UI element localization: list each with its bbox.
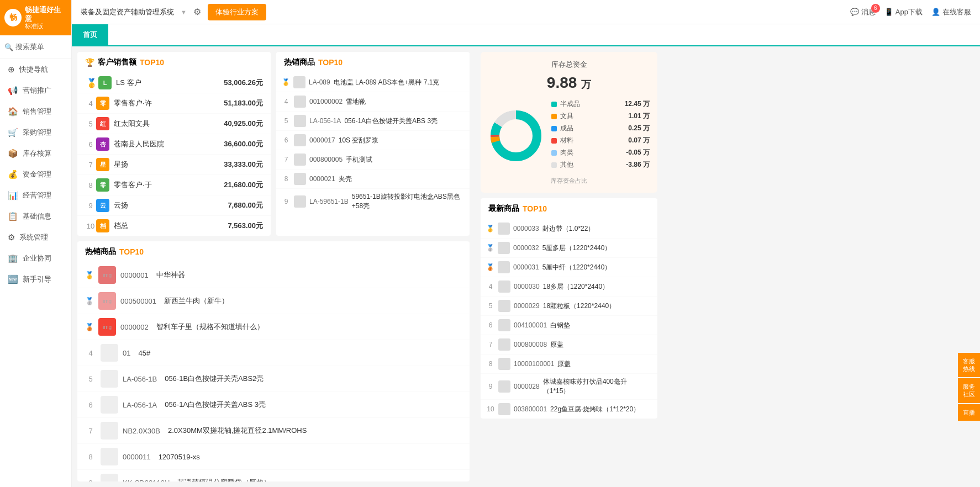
inventory-amount-display: 9.88 万 [488, 74, 650, 92]
newest-row-5: 5 0000029 18颗粒板（1220*2440） [481, 297, 657, 316]
avatar-4: 杏 [96, 137, 109, 151]
base-info-icon: 📋 [8, 211, 18, 221]
trophy-icon: 🏆 [85, 58, 94, 67]
sidebar-item-corp[interactable]: 🏢 企业协同 [0, 248, 71, 269]
sidebar-nav: ⊕ 快捷导航 📢 营销推广 🏠 销售管理 🛒 采购管理 📦 库存核算 💰 资金管… [0, 59, 71, 487]
right-hot-img-4 [294, 134, 306, 146]
sidebar-item-system[interactable]: ⚙ 系统管理 [0, 227, 71, 248]
sidebar-item-base-info[interactable]: 📋 基础信息 [0, 206, 71, 227]
newest-name-9: 体城嘉核味苏打饮品400毫升（1*15） [543, 377, 652, 396]
sidebar-item-guide[interactable]: 🆕 新手引导 [0, 269, 71, 290]
newest-rank-7: 7 [486, 341, 495, 348]
system-title: 装备及固定资产辅助管理系统 [81, 7, 174, 17]
newest-name-3: 5厘中纤（1220*2440） [542, 263, 652, 272]
customer-ranking-title: 客户销售额 [98, 57, 136, 67]
trial-btn[interactable]: 体验行业方案 [208, 4, 266, 20]
hot-name-1: 中华神器 [156, 270, 462, 280]
hot-name-5: 056-1B白色按键开关壳ABS2壳 [165, 374, 462, 384]
hot-prod-row-1: 🥇 img 0000001 中华神器 [77, 262, 470, 288]
newest-top10: TOP10 [523, 204, 547, 213]
hot-img-1: img [98, 266, 116, 284]
legend-row-5: 其他 -3.86 万 [551, 160, 650, 170]
dropdown-icon[interactable]: ▼ [181, 9, 187, 15]
hot-name-9: 花语萌恒温分腿睡袋（厚款） [177, 478, 462, 481]
float-btn-live[interactable]: 直播 [958, 404, 980, 421]
newest-img-10 [498, 403, 510, 415]
right-hot-medal-1: 🥇 [282, 78, 290, 86]
right-hot-img-1 [293, 76, 305, 88]
right-hot-row-5: 7 000800005 手机测试 [276, 150, 470, 170]
newest-row-4: 4 0000030 18多层（1220*2440） [481, 277, 657, 297]
customer-amount-1: 53,006.26元 [224, 78, 263, 88]
hot-prod-row-6: 6 LA-056-1A 056-1A白色按键开关盖ABS 3壳 [77, 392, 470, 418]
app-icon: 📱 [884, 8, 893, 16]
rank-num-4: 6 [85, 140, 96, 149]
customer-ranking-card: 🏆 客户销售额 TOP10 🥇 L LS 客户 53,006.26元 4 [77, 52, 271, 236]
inventory-unit: 万 [581, 79, 591, 90]
right-hot-img-3 [294, 115, 306, 127]
sidebar-item-marketing[interactable]: 📢 营销推广 [0, 80, 71, 101]
sidebar-label-operations: 经营管理 [23, 190, 51, 200]
tab-home-label: 首页 [83, 30, 97, 39]
right-hot-list: 🥇 LA-089 电池盖 LA-089 ABS本色+黑种 7.1克 4 0010… [276, 73, 470, 214]
tab-home[interactable]: 首页 [72, 24, 108, 45]
quick-nav-icon: ⊕ [8, 65, 15, 75]
legend-value-5: -3.86 万 [626, 160, 650, 170]
newest-rank-9: 9 [486, 383, 495, 390]
customer-ranking-header: 🏆 客户销售额 TOP10 [77, 52, 271, 73]
message-btn[interactable]: 💬 消息 6 [850, 7, 876, 17]
newest-name-2: 5厘多层（1220*2440） [542, 244, 652, 253]
hot-code-2: 000500001 [120, 297, 156, 305]
hot-name-2: 新西兰牛肉（新牛） [164, 296, 462, 306]
right-hot-title: 热销商品 [284, 57, 315, 67]
sales-icon: 🏠 [8, 107, 18, 117]
right-hot-row-4: 6 0000017 10S 变刮罗浆 [276, 131, 470, 150]
hot-code-5: LA-056-1B [123, 375, 157, 383]
right-hot-img-5 [294, 153, 306, 166]
app-label: App下载 [895, 7, 923, 17]
service-btn[interactable]: 👤 在线客服 [931, 7, 971, 17]
sidebar-label-base-info: 基础信息 [23, 211, 51, 221]
customer-name-4: 苍南县人民医院 [114, 139, 224, 149]
guide-icon: 🆕 [8, 274, 18, 284]
right-hot-rank-4: 6 [282, 136, 291, 144]
hot-rank-4: 4 [85, 349, 96, 357]
legend-row-2: 成品 0.25 万 [551, 124, 650, 133]
float-btn-community[interactable]: 服务社区 [958, 378, 980, 403]
sidebar-item-purchase[interactable]: 🛒 采购管理 [0, 122, 71, 143]
app-download-btn[interactable]: 📱 App下载 [884, 7, 923, 17]
hot-img-6 [101, 396, 118, 414]
newest-name-6: 白钢垫 [550, 321, 652, 330]
sidebar-label-sales: 销售管理 [23, 107, 51, 117]
float-buttons: 客服热线 服务社区 直播 [958, 353, 980, 421]
sidebar-search[interactable]: 🔍 搜索菜单 [0, 35, 71, 59]
customer-name-8: 档总 [114, 221, 228, 231]
legend-area: 半成品 12.45 万 文具 1.01 万 成品 0.25 万 [551, 99, 650, 172]
newest-code-3: 0000031 [513, 263, 539, 271]
newest-row-6: 6 004100001 白钢垫 [481, 316, 657, 335]
hot-img-2: img [98, 292, 116, 310]
newest-row-3: 🥉 0000031 5厘中纤（1220*2440） [481, 258, 657, 277]
customer-rank-row-5: 7 星 星扬 33,333.00元 [77, 155, 271, 175]
donut-chart [488, 108, 544, 163]
sidebar-item-finance[interactable]: 💰 资金管理 [0, 164, 71, 185]
inventory-title: 库存总资金 [488, 60, 650, 70]
right-hot-code-1: LA-089 [309, 78, 330, 86]
float-btn-service[interactable]: 客服热线 [958, 353, 980, 378]
search-menu-btn[interactable]: 🔍 搜索菜单 [4, 40, 67, 54]
right-hot-top10: TOP10 [318, 58, 343, 67]
sidebar-item-sales[interactable]: 🏠 销售管理 [0, 101, 71, 122]
customer-rank-row-1: 🥇 L LS 客户 53,006.26元 [77, 73, 271, 93]
customer-name-5: 星扬 [114, 160, 224, 170]
sidebar-item-operations[interactable]: 📊 经营管理 [0, 185, 71, 206]
newest-rank-5: 5 [486, 302, 495, 310]
rank-num-5: 7 [85, 161, 96, 169]
settings-icon[interactable]: ⚙ [193, 7, 201, 17]
sidebar-item-inventory[interactable]: 📦 库存核算 [0, 143, 71, 164]
newest-name-4: 18多层（1220*2440） [543, 282, 652, 292]
legend-row-1: 文具 1.01 万 [551, 112, 650, 121]
sidebar-label-system: 系统管理 [19, 232, 48, 242]
sidebar-item-quick-nav[interactable]: ⊕ 快捷导航 [0, 59, 71, 80]
legend-label-3: 材料 [560, 136, 625, 145]
right-hot-rank-3: 5 [282, 117, 291, 125]
